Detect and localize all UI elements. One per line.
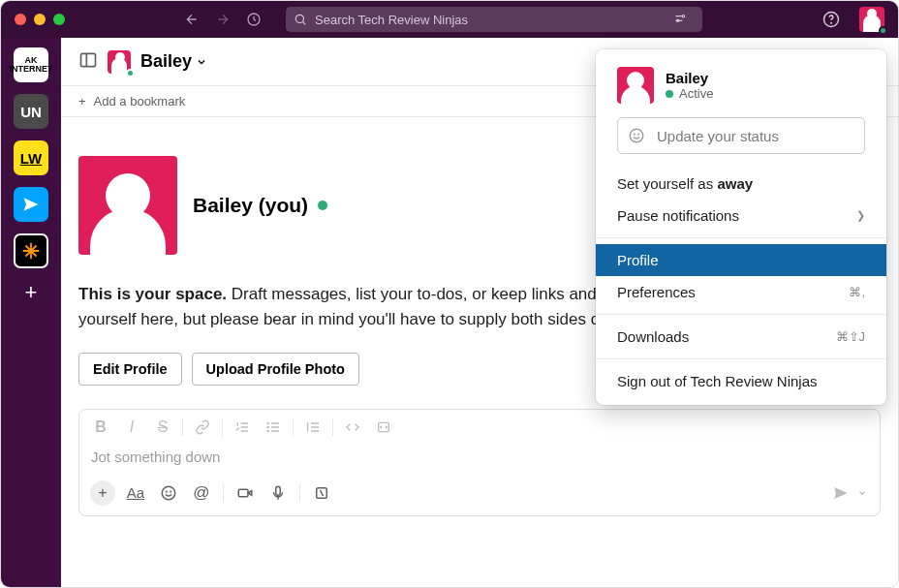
menu-user-status: Active (666, 86, 713, 101)
workspace-1[interactable]: AK INTERNET (14, 47, 48, 82)
channel-name-button[interactable]: Bailey (140, 51, 207, 72)
menu-avatar (617, 67, 654, 104)
presence-dot (318, 201, 327, 210)
video-button[interactable] (232, 480, 259, 506)
channel-avatar (108, 50, 131, 74)
plus-icon: + (78, 94, 86, 108)
downloads-shortcut: ⌘⇧J (836, 329, 866, 344)
profile-avatar-large (78, 156, 177, 255)
emoji-button[interactable] (155, 480, 182, 506)
composer-input[interactable]: Jot something down (79, 445, 880, 475)
downloads-item[interactable]: Downloads ⌘⇧J (596, 321, 886, 353)
main-pane: Bailey + Add a bookmark Bailey (you) Thi… (61, 38, 898, 587)
edit-profile-button[interactable]: Edit Profile (78, 353, 182, 386)
ordered-list-button[interactable] (229, 416, 256, 439)
split-view-icon[interactable] (78, 50, 98, 74)
svg-point-9 (267, 430, 268, 431)
menu-user-name: Bailey (666, 70, 713, 86)
forward-button[interactable] (210, 7, 235, 32)
svg-point-17 (630, 129, 643, 142)
svg-point-8 (267, 426, 268, 427)
pause-notifications-item[interactable]: Pause notifications ❯ (596, 200, 886, 232)
blockquote-button[interactable] (299, 416, 326, 439)
code-button[interactable] (339, 416, 366, 439)
status-placeholder: Update your status (657, 128, 779, 144)
bookmark-label: Add a bookmark (94, 94, 186, 108)
help-button[interactable] (819, 7, 844, 32)
upload-photo-button[interactable]: Upload Profile Photo (192, 353, 359, 386)
link-button[interactable] (189, 416, 216, 439)
smile-icon (628, 127, 645, 144)
composer-actions: + Aa @ (79, 475, 880, 515)
profile-item[interactable]: Profile (596, 244, 886, 276)
shortcut-button[interactable] (308, 480, 335, 506)
mention-button[interactable]: @ (188, 480, 215, 506)
titlebar: Search Tech Review Ninjas (1, 1, 898, 38)
minimize-window[interactable] (34, 14, 46, 25)
user-avatar-button[interactable] (859, 7, 884, 32)
presence-indicator (879, 26, 887, 35)
bullet-list-button[interactable] (260, 416, 287, 439)
codeblock-button[interactable] (370, 416, 397, 439)
chevron-right-icon: ❯ (856, 209, 865, 222)
svg-point-1 (295, 15, 303, 22)
signout-item[interactable]: Sign out of Tech Review Ninjas (596, 365, 886, 397)
workspace-3[interactable]: LW (14, 140, 48, 175)
audio-button[interactable] (264, 480, 292, 506)
profile-name: Bailey (you) (193, 194, 327, 217)
user-menu: Bailey Active Update your status Set you… (596, 49, 886, 405)
workspace-rail: AK INTERNET UN LW + (1, 38, 61, 587)
set-away-item[interactable]: Set yourself as away (596, 168, 886, 200)
filter-icon[interactable] (673, 12, 695, 28)
svg-point-19 (638, 134, 639, 135)
strike-button[interactable]: S (149, 416, 176, 439)
back-button[interactable] (179, 7, 204, 32)
svg-point-11 (162, 486, 175, 500)
search-bar[interactable]: Search Tech Review Ninjas (286, 7, 702, 32)
history-button[interactable] (241, 7, 266, 32)
preferences-item[interactable]: Preferences ⌘, (596, 276, 886, 308)
italic-button[interactable]: I (118, 416, 145, 439)
svg-rect-14 (238, 489, 248, 497)
workspace-5[interactable] (14, 233, 48, 268)
channel-name: Bailey (140, 51, 192, 72)
history-nav (179, 7, 266, 32)
attach-button[interactable]: + (89, 480, 116, 506)
svg-rect-6 (81, 53, 96, 66)
svg-point-2 (682, 15, 684, 16)
maximize-window[interactable] (53, 14, 65, 25)
svg-point-5 (831, 22, 832, 23)
svg-point-18 (634, 134, 635, 135)
send-options[interactable] (854, 480, 870, 506)
message-composer: B I S Jot something down + (78, 409, 881, 516)
add-workspace-button[interactable]: + (25, 280, 38, 305)
status-input[interactable]: Update your status (617, 117, 865, 154)
svg-rect-15 (276, 486, 281, 495)
svg-point-13 (170, 491, 171, 492)
format-toggle[interactable]: Aa (122, 480, 149, 506)
format-toolbar: B I S (79, 410, 880, 445)
chevron-down-icon (196, 56, 207, 68)
search-icon (294, 13, 307, 26)
workspace-2[interactable]: UN (14, 94, 48, 129)
window-controls (15, 14, 65, 25)
send-button[interactable] (827, 480, 854, 506)
svg-point-7 (267, 422, 268, 423)
preferences-shortcut: ⌘, (849, 285, 865, 299)
bold-button[interactable]: B (87, 416, 114, 439)
workspace-4[interactable] (14, 187, 48, 222)
search-placeholder: Search Tech Review Ninjas (315, 13, 673, 27)
svg-point-12 (166, 491, 167, 492)
close-window[interactable] (15, 14, 26, 25)
